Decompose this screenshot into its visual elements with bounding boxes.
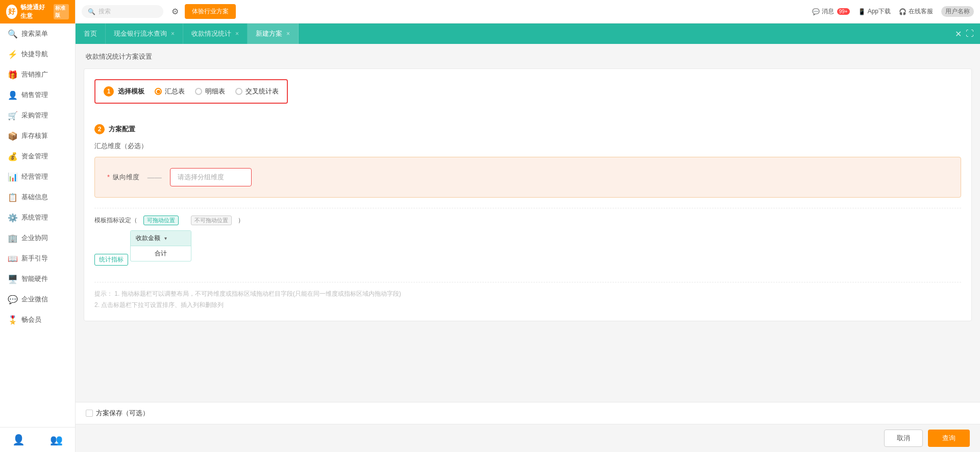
tab-2[interactable]: 收款情况统计× (183, 23, 248, 44)
logo-text: 畅捷通好生意 (20, 3, 50, 20)
tab-label-2: 收款情况统计 (191, 29, 231, 38)
metrics-table: 收款金额 ▾ 合计 (130, 230, 191, 261)
header-search-box[interactable]: 🔍 搜索 (82, 5, 163, 18)
sidebar-item-13[interactable]: 💬企业微信 (0, 289, 75, 310)
sidebar-bottom-avatar2[interactable]: 👥 (48, 432, 65, 448)
step2-title: 方案配置 (109, 125, 135, 134)
step1-badge: 1 (104, 86, 114, 97)
vertical-label-text: 纵向维度 (113, 173, 139, 181)
save-checkbox-wrap[interactable]: 方案保存（可选） (86, 409, 149, 418)
non-draggable-badge: 不可拖动位置 (191, 216, 232, 225)
sidebar-item-label-14: 畅会员 (21, 315, 41, 324)
radio-cross-label: 交叉统计表 (246, 87, 279, 96)
sidebar-item-1[interactable]: ⚡快捷导航 (0, 44, 75, 64)
metrics-total-row: 合计 (131, 246, 191, 261)
tab-1[interactable]: 现金银行流水查询× (106, 23, 183, 44)
sidebar-item-icon-10: 🏢 (8, 233, 17, 243)
save-checkbox[interactable] (86, 410, 93, 417)
sidebar: 好 畅捷通好生意 标准版 🔍搜索菜单⚡快捷导航🎁营销推广👤销售管理🛒采购管理📦库… (0, 0, 76, 452)
search-icon: 🔍 (88, 8, 95, 15)
logo-icon: 好 (6, 5, 17, 19)
user-avatar[interactable]: 用户名称 (941, 6, 974, 17)
sidebar-item-icon-2: 🎁 (8, 70, 17, 79)
download-item[interactable]: 📱 App下载 (858, 7, 891, 16)
metrics-section: 模板指标设定（ 可拖动位置 不可拖动位置 ） 统计指标 收款金额 ▾ (94, 208, 961, 270)
tab-label-1: 现金银行流水查询 (114, 29, 167, 38)
sidebar-item-label-4: 采购管理 (21, 111, 48, 120)
sidebar-item-label-9: 系统管理 (21, 213, 48, 222)
dimension-group-label: 汇总维度（必选） (94, 141, 961, 151)
radio-detail[interactable]: 明细表 (195, 87, 225, 96)
tab-close-2[interactable]: × (235, 30, 239, 37)
footer-bar: 取消 查询 (76, 424, 980, 452)
gear-icon[interactable]: ⚙ (169, 5, 181, 18)
sidebar-item-label-3: 销售管理 (21, 90, 48, 100)
tab-expand-icon[interactable]: ⛶ (966, 29, 974, 38)
tab-close-all-icon[interactable]: ✕ (955, 29, 962, 39)
hint-1: 2. 点击标题栏下拉可设置排序、插入列和删除列 (94, 300, 961, 311)
sidebar-item-icon-0: 🔍 (8, 29, 17, 38)
sidebar-item-9[interactable]: ⚙️系统管理 (0, 207, 75, 228)
vertical-label: * 纵向维度 (107, 173, 139, 182)
sidebar-logo: 好 畅捷通好生意 标准版 (0, 0, 75, 23)
sidebar-item-label-1: 快捷导航 (21, 50, 48, 59)
sidebar-item-11[interactable]: 📖新手引导 (0, 248, 75, 269)
sidebar-item-10[interactable]: 🏢企业协同 (0, 228, 75, 248)
sidebar-item-label-0: 搜索菜单 (21, 29, 48, 38)
radio-summary-label: 汇总表 (165, 87, 185, 96)
sidebar-item-label-12: 智能硬件 (21, 274, 48, 283)
search-placeholder: 搜索 (99, 7, 111, 16)
sidebar-item-8[interactable]: 📋基础信息 (0, 187, 75, 207)
metrics-table-header[interactable]: 收款金额 ▾ (131, 231, 191, 246)
radio-cross[interactable]: 交叉统计表 (235, 87, 279, 96)
tab-3[interactable]: 新建方案× (248, 23, 299, 44)
sidebar-item-6[interactable]: 💰资金管理 (0, 146, 75, 166)
template-radio-group: 汇总表 明细表 交叉统计表 (155, 87, 279, 96)
metrics-close-paren: ） (238, 216, 244, 225)
sidebar-item-label-10: 企业协同 (21, 233, 48, 243)
step1-title: 选择模板 (118, 87, 144, 96)
hint-0: 提示： 1. 拖动标题栏可以调整布局，不可跨维度或指标区域拖动栏目字段(只能在同… (94, 289, 961, 300)
sidebar-item-icon-8: 📋 (8, 193, 17, 202)
chevron-down-icon[interactable]: ▾ (164, 235, 167, 241)
tab-bar-right: ✕ ⛶ (949, 23, 980, 44)
industry-btn[interactable]: 体验行业方案 (185, 4, 236, 19)
sidebar-item-7[interactable]: 📊经营管理 (0, 166, 75, 187)
tab-close-1[interactable]: × (171, 30, 175, 37)
message-label: 消息 (822, 7, 834, 16)
sidebar-item-0[interactable]: 🔍搜索菜单 (0, 23, 75, 44)
content-area: 收款情况统计方案设置 1 选择模板 (76, 44, 980, 402)
sidebar-item-label-8: 基础信息 (21, 193, 48, 202)
stats-group-label: 统计指标 (94, 254, 128, 266)
radio-summary[interactable]: 汇总表 (155, 87, 185, 96)
page-title: 收款情况统计方案设置 (84, 52, 972, 61)
dimension-select-dropdown[interactable]: 请选择分组维度 (170, 168, 252, 186)
sidebar-item-5[interactable]: 📦库存核算 (0, 126, 75, 146)
metrics-header-text: 模板指标设定（ (94, 216, 137, 225)
tab-0[interactable]: 首页 (76, 23, 106, 44)
query-button[interactable]: 查询 (928, 430, 970, 447)
sidebar-item-12[interactable]: 🖥️智能硬件 (0, 269, 75, 289)
tab-close-3[interactable]: × (286, 30, 290, 37)
sidebar-item-icon-4: 🛒 (8, 111, 17, 120)
sidebar-item-label-13: 企业微信 (21, 295, 48, 304)
config-section: 2 方案配置 汇总维度（必选） * 纵向维度 —— (94, 124, 961, 311)
sidebar-item-icon-3: 👤 (8, 90, 17, 100)
message-item[interactable]: 💬 消息 99+ (812, 7, 850, 16)
sidebar-item-icon-6: 💰 (8, 152, 17, 161)
sidebar-bottom-avatar1[interactable]: 👤 (10, 432, 27, 448)
service-item[interactable]: 🎧 在线客服 (899, 7, 933, 16)
metrics-col-label: 收款金额 (136, 234, 160, 243)
header: 🔍 搜索 ⚙ 体验行业方案 💬 消息 99+ 📱 App下载 🎧 在线客服 用户… (76, 0, 980, 23)
sidebar-item-label-7: 经营管理 (21, 172, 48, 181)
tab-bar: 首页现金银行流水查询×收款情况统计×新建方案× ✕ ⛶ (76, 23, 980, 44)
sidebar-item-3[interactable]: 👤销售管理 (0, 85, 75, 105)
sidebar-item-label-5: 库存核算 (21, 131, 48, 140)
sidebar-item-14[interactable]: 🎖️畅会员 (0, 310, 75, 330)
save-section: 方案保存（可选） (76, 402, 980, 424)
sidebar-item-4[interactable]: 🛒采购管理 (0, 105, 75, 126)
cancel-button[interactable]: 取消 (884, 430, 923, 447)
dimension-area: * 纵向维度 —— 请选择分组维度 (94, 157, 961, 198)
sidebar-item-2[interactable]: 🎁营销推广 (0, 64, 75, 85)
service-icon: 🎧 (899, 8, 906, 15)
